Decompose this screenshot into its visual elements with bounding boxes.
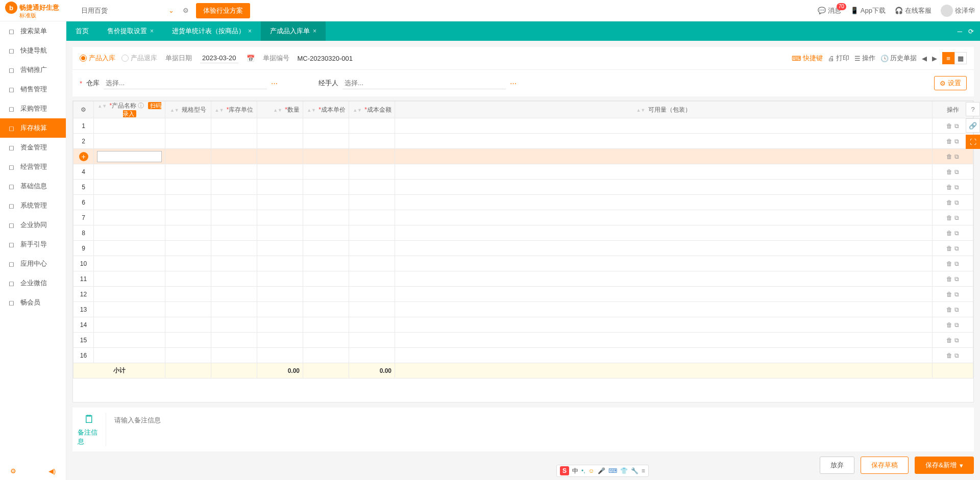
add-row-button[interactable]: + [79,152,88,161]
delete-row-icon[interactable]: 🗑 [946,245,952,252]
prev-doc-button[interactable]: ◀ [922,55,927,62]
delete-row-icon[interactable]: 🗑 [946,291,952,298]
sidebar-item-home[interactable]: ◻快捷导航 [0,41,66,60]
app-download-link[interactable]: 📱 App下载 [850,6,886,15]
table-row[interactable]: 2🗑⧉ [74,134,973,149]
table-row[interactable]: 5🗑⧉ [74,180,973,195]
calendar-icon[interactable]: 📅 [247,55,255,62]
refresh-icon[interactable]: ⟳ [968,28,974,35]
table-row[interactable]: 15🗑⧉ [74,333,973,348]
messages-link[interactable]: 💬 消息 70 [818,6,841,15]
copy-row-icon[interactable]: ⧉ [954,184,959,191]
collapse-icon[interactable]: ◀) [48,467,56,475]
copy-row-icon[interactable]: ⧉ [954,352,959,359]
close-icon[interactable]: × [313,28,316,35]
copy-row-icon[interactable]: ⧉ [954,337,959,344]
close-icon[interactable]: × [248,28,252,35]
table-row[interactable]: +🗑⧉ [74,149,973,164]
remarks-input[interactable] [111,413,969,446]
table-row[interactable]: 1🗑⧉ [74,118,973,134]
sidebar-item-guide[interactable]: ◻新手引导 [0,235,66,254]
save-new-button[interactable]: 保存&新增 ▾ [915,457,974,474]
handler-more-icon[interactable]: ⋯ [510,80,517,87]
delete-row-icon[interactable]: 🗑 [946,138,952,145]
sidebar-item-team[interactable]: ◻企业协同 [0,215,66,235]
table-row[interactable]: 13🗑⧉ [74,302,973,317]
table-row[interactable]: 10🗑⧉ [74,256,973,271]
delete-row-icon[interactable]: 🗑 [946,184,952,191]
table-row[interactable]: 11🗑⧉ [74,271,973,287]
warehouse-more-icon[interactable]: ⋯ [271,80,278,87]
col-spec[interactable]: ▲▼ 规格型号 [165,102,211,118]
delete-row-icon[interactable]: 🗑 [946,321,952,329]
copy-row-icon[interactable]: ⧉ [954,199,959,206]
delete-row-icon[interactable]: 🗑 [946,260,952,267]
history-button[interactable]: 🕓 历史单据 [880,54,917,63]
experience-button[interactable]: 体验行业方案 [196,3,250,18]
product-name-input[interactable] [97,151,162,162]
sidebar-item-info[interactable]: ◻基础信息 [0,176,66,196]
col-quantity[interactable]: ▲▼ *数量 [257,102,303,118]
delete-row-icon[interactable]: 🗑 [946,306,952,313]
delete-row-icon[interactable]: 🗑 [946,214,952,221]
shortcut-button[interactable]: ⌨ 快捷键 [792,54,823,63]
table-row[interactable]: 6🗑⧉ [74,195,973,210]
table-row[interactable]: 8🗑⧉ [74,225,973,241]
table-row[interactable]: 7🗑⧉ [74,210,973,225]
sidebar-item-gift[interactable]: ◻营销推广 [0,60,66,80]
col-cost-price[interactable]: ▲▼ *成本单价 [303,102,349,118]
copy-row-icon[interactable]: ⧉ [954,230,959,237]
copy-row-icon[interactable]: ⧉ [954,245,959,252]
warehouse-input[interactable] [104,77,267,89]
card-view-button[interactable]: ▦ [954,52,967,64]
radio-product-out[interactable]: 产品退库 [121,54,157,63]
next-doc-button[interactable]: ▶ [932,55,937,62]
sidebar-item-box[interactable]: ◻库存核算 [0,118,66,138]
online-service-link[interactable]: 🎧 在线客服 [895,6,932,15]
discard-button[interactable]: 放弃 [820,457,854,474]
sidebar-item-money[interactable]: ◻资金管理 [0,138,66,157]
rail-help-button[interactable]: ? [966,102,980,116]
table-row[interactable]: 4🗑⧉ [74,164,973,180]
operate-button[interactable]: ☰ 操作 [854,54,875,63]
handler-input[interactable] [342,77,506,89]
ime-toolbar[interactable]: S 中 •, ☺ 🎤 ⌨ 👕 🔧 ≡ [556,465,649,477]
sidebar-item-search[interactable]: ◻搜索菜单 [0,21,66,41]
copy-row-icon[interactable]: ⧉ [954,260,959,267]
settings-icon[interactable]: ⚙ [10,467,16,475]
sidebar-item-chart[interactable]: ◻经营管理 [0,157,66,176]
category-select[interactable]: 日用百货 ⌄ [77,4,179,18]
copy-row-icon[interactable]: ⧉ [954,168,959,175]
delete-row-icon[interactable]: 🗑 [946,337,952,344]
delete-row-icon[interactable]: 🗑 [946,199,952,206]
col-available[interactable]: ▲▼ 可用量（包装） [395,102,933,118]
rail-expand-button[interactable]: ⛶ [966,135,980,149]
copy-row-icon[interactable]: ⧉ [954,214,959,221]
tab-0[interactable]: 首页 [66,21,98,41]
copy-row-icon[interactable]: ⧉ [954,138,959,145]
sidebar-item-gear[interactable]: ◻系统管理 [0,196,66,215]
tab-1[interactable]: 售价提取设置× [98,21,163,41]
table-row[interactable]: 16🗑⧉ [74,348,973,363]
table-row[interactable]: 12🗑⧉ [74,287,973,302]
copy-row-icon[interactable]: ⧉ [954,291,959,298]
gear-icon[interactable]: ⚙ [183,7,189,14]
radio-product-in[interactable]: 产品入库 [80,54,115,63]
delete-row-icon[interactable]: 🗑 [946,352,952,359]
col-settings-header[interactable]: ⚙ [74,102,94,118]
list-view-button[interactable]: ≡ [942,52,954,64]
col-product-name[interactable]: ▲▼ *产品名称 ⓘ 扫码录入 [94,102,165,118]
copy-row-icon[interactable]: ⧉ [954,306,959,313]
sidebar-item-wechat[interactable]: ◻企业微信 [0,273,66,293]
delete-row-icon[interactable]: 🗑 [946,122,952,130]
sidebar-item-apps[interactable]: ◻应用中心 [0,254,66,273]
copy-row-icon[interactable]: ⧉ [954,153,959,160]
col-cost-amount[interactable]: ▲▼ *成本金额 [349,102,395,118]
user-menu[interactable]: 徐泽华 [941,5,975,17]
sidebar-item-cart[interactable]: ◻采购管理 [0,99,66,118]
save-draft-button[interactable]: 保存草稿 [861,457,909,474]
date-input[interactable]: 2023-03-20 [200,53,238,63]
copy-row-icon[interactable]: ⧉ [954,122,959,130]
copy-row-icon[interactable]: ⧉ [954,275,959,283]
tab-2[interactable]: 进货单统计表（按商品）× [163,21,261,41]
